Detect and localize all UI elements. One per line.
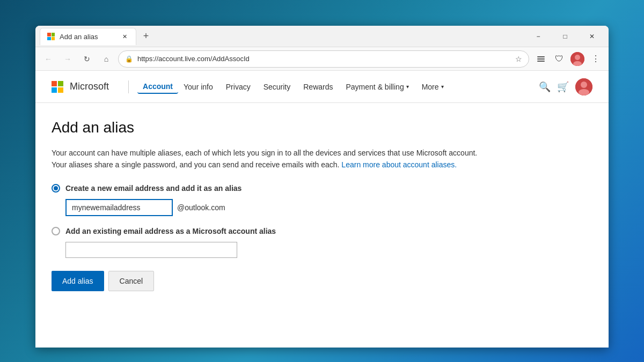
tab-close-button[interactable]: ✕ xyxy=(120,32,129,41)
home-button[interactable]: ⌂ xyxy=(99,51,114,67)
refresh-button[interactable]: ↻ xyxy=(79,51,94,67)
add-alias-button[interactable]: Add alias xyxy=(52,271,104,291)
option2-group: Add an existing email address as a Micro… xyxy=(52,227,502,258)
window-controls: − □ ✕ xyxy=(526,28,604,45)
close-button[interactable]: ✕ xyxy=(580,28,604,45)
existing-email-input[interactable] xyxy=(65,242,237,258)
svg-point-4 xyxy=(581,82,587,88)
back-button[interactable]: ← xyxy=(41,51,56,67)
new-email-input[interactable] xyxy=(65,199,173,216)
microsoft-logo-icon xyxy=(52,81,63,93)
nav-more[interactable]: More ▾ xyxy=(416,80,449,93)
browser-tab[interactable]: Add an alias ✕ xyxy=(40,28,136,45)
main-content: Add an alias Your account can have multi… xyxy=(35,103,518,307)
radio-option2-button[interactable] xyxy=(52,227,60,235)
restore-button[interactable]: □ xyxy=(553,28,577,45)
new-tab-button[interactable]: + xyxy=(138,29,153,44)
nav-your-info[interactable]: Your info xyxy=(178,80,218,93)
email-suffix: @outlook.com xyxy=(177,203,225,212)
option1-label: Create a new email address and add it as… xyxy=(65,184,241,193)
nav-payment-billing[interactable]: Payment & billing ▾ xyxy=(341,80,414,93)
chevron-down-icon: ▾ xyxy=(406,84,409,90)
forward-button[interactable]: → xyxy=(60,51,75,67)
profile-avatar-small xyxy=(570,52,584,66)
option1-radio[interactable]: Create a new email address and add it as… xyxy=(52,184,502,193)
address-bar: ← → ↻ ⌂ 🔒 https://account.live.com/AddAs… xyxy=(35,47,609,71)
cancel-button[interactable]: Cancel xyxy=(108,271,155,291)
header-divider xyxy=(128,80,129,93)
nav-privacy[interactable]: Privacy xyxy=(221,80,256,93)
cart-icon[interactable]: 🛒 xyxy=(557,81,569,93)
bookmark-icon[interactable]: ☆ xyxy=(515,55,522,63)
browser-window: Add an alias ✕ + − □ ✕ ← → ↻ ⌂ 🔒 https:/… xyxy=(35,26,609,348)
ms-header: Microsoft Account Your info Privacy Secu… xyxy=(35,71,609,103)
page-title: Add an alias xyxy=(52,119,502,136)
nav-rewards[interactable]: Rewards xyxy=(298,80,338,93)
svg-point-1 xyxy=(575,55,580,60)
microsoft-wordmark: Microsoft xyxy=(70,81,109,92)
radio-option1-button[interactable] xyxy=(52,184,60,193)
learn-more-link[interactable]: Learn more about account aliases. xyxy=(341,160,457,169)
url-text: https://account.live.com/AddAssocId xyxy=(137,55,511,63)
nav-security[interactable]: Security xyxy=(258,80,296,93)
tab-favicon xyxy=(47,32,55,41)
chevron-down-icon-more: ▾ xyxy=(441,84,444,90)
toolbar-icons: 🛡 ⋮ xyxy=(533,51,603,67)
profile-avatar[interactable] xyxy=(575,78,592,95)
button-row: Add alias Cancel xyxy=(52,271,502,291)
profile-icon[interactable] xyxy=(570,51,585,67)
extensions-icon[interactable] xyxy=(533,51,548,67)
ms-logo: Microsoft xyxy=(52,81,109,93)
option1-group: Create a new email address and add it as… xyxy=(52,184,502,216)
description: Your account can have multiple aliases, … xyxy=(52,147,492,171)
more-options-icon[interactable]: ⋮ xyxy=(588,51,603,67)
option2-label: Add an existing email address as a Micro… xyxy=(65,227,276,235)
svg-point-5 xyxy=(579,89,589,95)
title-bar: Add an alias ✕ + − □ ✕ xyxy=(35,26,609,47)
email-input-row: @outlook.com xyxy=(65,199,502,216)
page-content: Microsoft Account Your info Privacy Secu… xyxy=(35,71,609,348)
option2-radio[interactable]: Add an existing email address as a Micro… xyxy=(52,227,502,235)
url-bar[interactable]: 🔒 https://account.live.com/AddAssocId ☆ xyxy=(118,50,529,68)
minimize-button[interactable]: − xyxy=(526,28,551,45)
header-right: 🔍 🛒 xyxy=(539,78,592,95)
nav-links: Your info Privacy Security Rewards Payme… xyxy=(178,80,539,93)
tab-title: Add an alias xyxy=(60,33,98,41)
search-icon[interactable]: 🔍 xyxy=(539,81,551,93)
shield-icon[interactable]: 🛡 xyxy=(552,51,567,67)
lock-icon: 🔒 xyxy=(125,55,133,63)
nav-account[interactable]: Account xyxy=(137,80,178,94)
